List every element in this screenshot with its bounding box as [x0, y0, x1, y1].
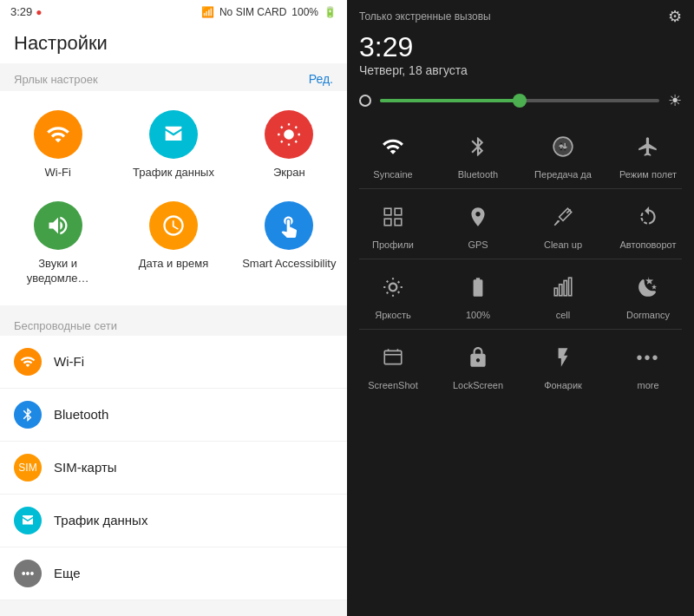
shortcuts-section-label: Ярлык настроек Ред. [0, 63, 347, 91]
right-panel: Только экстренные вызовы ⚙ 3:29 Четверг,… [347, 0, 694, 616]
screen-shortcut-icon [265, 110, 313, 159]
datetime-shortcut-label: Дата и время [139, 257, 209, 272]
shortcut-smart[interactable]: Smart Accessibility [232, 191, 347, 297]
wireless-section: Беспроводные сети Wi-Fi Bluetooth SIM SI… [0, 312, 347, 600]
quick-grid-row1: Syncaine Bluetooth Передача да Режим пол… [347, 119, 694, 188]
list-sim-icon: SIM [14, 454, 42, 482]
list-bluetooth-label: Bluetooth [54, 407, 108, 422]
airplane-label: Режим полет [619, 169, 677, 180]
list-sim-label: SIM-карты [54, 460, 117, 475]
quick-brightness[interactable]: Яркость [350, 259, 435, 329]
profiles-icon [374, 198, 412, 236]
brightness-thumb [513, 94, 527, 108]
quick-grid-row4: ScreenShot LockScreen Фонарик ••• more [347, 330, 694, 399]
list-more[interactable]: ••• Еще [0, 547, 347, 600]
quick-autorotate[interactable]: Автоповорот [606, 189, 691, 259]
svg-rect-4 [384, 219, 391, 226]
brightness-fill [380, 99, 520, 102]
brightness-slider[interactable] [380, 99, 659, 102]
wifi-shortcut-icon [34, 110, 82, 159]
screenshot-icon [374, 338, 412, 377]
clock-area: 3:29 Четверг, 18 августа [347, 29, 694, 86]
screenshot-label: ScreenShot [368, 380, 417, 390]
quick-lockscreen[interactable]: LockScreen [435, 330, 520, 399]
wireless-section-label: Беспроводные сети [0, 312, 347, 336]
smart-shortcut-label: Smart Accessibility [242, 257, 336, 272]
brightness-min-icon [359, 95, 371, 107]
xiaomi-dot: ● [36, 6, 42, 18]
svg-rect-5 [395, 219, 402, 226]
quick-screenshot[interactable]: ScreenShot [350, 330, 435, 399]
svg-rect-2 [384, 208, 391, 215]
shortcuts-label-text: Ярлык настроек [14, 73, 98, 86]
shortcut-wifi[interactable]: Wi-Fi [0, 100, 115, 191]
battery-quick-icon [459, 268, 497, 306]
list-traffic[interactable]: Трафик данных [0, 495, 347, 547]
dormancy-label: Dormancy [626, 310, 670, 320]
quick-cleanup[interactable]: Clean up [520, 189, 606, 259]
status-right: 📶 No SIM CARD 100% 🔋 [201, 6, 337, 18]
shortcut-datetime[interactable]: Дата и время [115, 191, 231, 297]
profiles-label: Профили [372, 239, 414, 250]
quick-profiles[interactable]: Профили [350, 189, 435, 259]
emergency-text: Только экстренные вызовы [359, 10, 491, 23]
status-time: 3:29 ● [10, 5, 43, 18]
edit-button[interactable]: Ред. [309, 72, 333, 86]
list-sim[interactable]: SIM SIM-карты [0, 442, 347, 495]
quick-airplane[interactable]: Режим полет [606, 119, 691, 188]
network-label: No SIM CARD [219, 6, 286, 18]
wifi-icon: 📶 [201, 6, 214, 18]
dormancy-icon [629, 268, 667, 306]
cleanup-icon [544, 198, 582, 236]
settings-gear-icon[interactable]: ⚙ [668, 7, 682, 26]
quick-syncaine[interactable]: Syncaine [350, 119, 435, 188]
quick-dormancy[interactable]: Dormancy [606, 259, 691, 329]
autorotate-icon [629, 198, 667, 236]
battery2-label: 100% [466, 310, 490, 320]
left-panel: 3:29 ● 📶 No SIM CARD 100% 🔋 Настройки Яр… [0, 0, 347, 616]
quick-battery[interactable]: 100% [435, 259, 520, 329]
syncaine-icon [374, 128, 412, 166]
quick-cell[interactable]: cell [520, 259, 606, 329]
transfer-label: Передача да [534, 169, 592, 180]
cleanup-label: Clean up [544, 239, 582, 250]
lockscreen-label: LockScreen [453, 380, 503, 390]
wifi-shortcut-label: Wi-Fi [45, 166, 71, 180]
battery-icon: 🔋 [324, 6, 337, 18]
quick-more[interactable]: ••• more [606, 330, 691, 399]
quick-transfer[interactable]: Передача да [520, 119, 606, 188]
brightness2-label: Яркость [375, 310, 410, 320]
list-more-icon: ••• [14, 560, 42, 587]
svg-point-0 [284, 129, 294, 140]
autorotate-label: Автоповорот [620, 239, 677, 250]
quick-bluetooth[interactable]: Bluetooth [435, 119, 520, 188]
more-icon: ••• [629, 338, 667, 377]
svg-rect-8 [564, 280, 566, 295]
sounds-shortcut-icon [34, 201, 82, 250]
shortcut-traffic[interactable]: Трафик данных [115, 100, 231, 191]
brightness-max-icon: ☀ [668, 91, 682, 110]
list-bluetooth[interactable]: Bluetooth [0, 389, 347, 442]
bluetooth-label: Bluetooth [458, 169, 498, 180]
quick-flashlight[interactable]: Фонарик [520, 330, 606, 399]
shortcut-screen[interactable]: Экран [232, 100, 347, 191]
airplane-icon [629, 128, 667, 166]
clock-time: 3:29 [359, 31, 682, 63]
settings-title: Настройки [0, 23, 347, 63]
smart-shortcut-icon [265, 201, 313, 250]
screen-shortcut-label: Экран [273, 166, 305, 180]
notification-bar: Только экстренные вызовы ⚙ [347, 0, 694, 29]
cell-icon [544, 268, 582, 306]
gps-label: GPS [468, 239, 488, 250]
list-wifi-icon [14, 348, 42, 376]
syncaine-label: Syncaine [373, 169, 412, 180]
brightness-row: ☀ [347, 86, 694, 119]
cell-label: cell [556, 310, 571, 320]
quick-grid-row3: Яркость 100% cell Dormancy [347, 259, 694, 329]
quick-gps[interactable]: GPS [435, 189, 520, 259]
svg-rect-9 [569, 278, 572, 296]
list-wifi[interactable]: Wi-Fi [0, 336, 347, 389]
gps-icon [459, 198, 497, 236]
svg-rect-7 [560, 285, 562, 296]
shortcut-sounds[interactable]: Звуки и уведомле… [0, 191, 115, 297]
